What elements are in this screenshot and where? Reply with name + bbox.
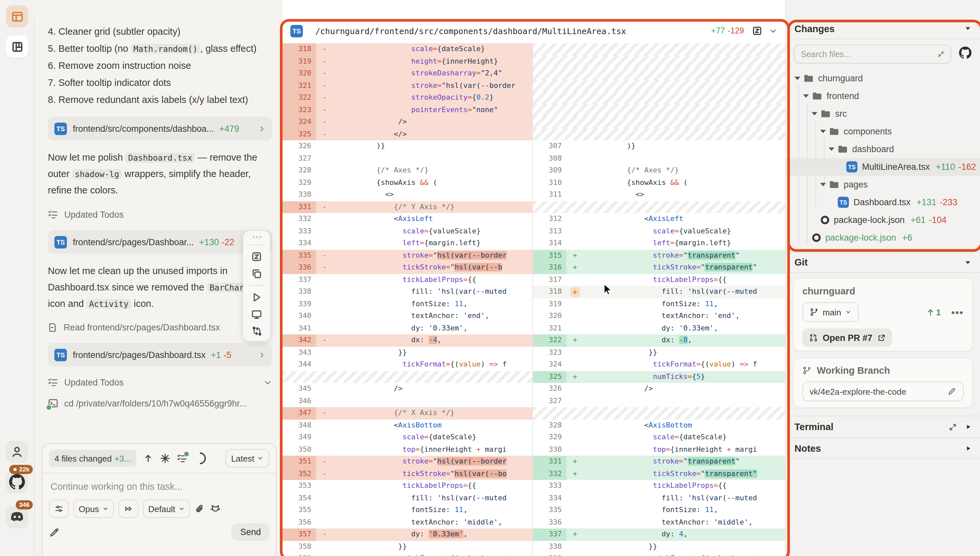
diff-row[interactable]: [533, 68, 785, 80]
chevron-down-icon[interactable]: [263, 378, 272, 386]
collapse-diff-chevron[interactable]: [769, 27, 777, 35]
diff-row[interactable]: 351- stroke="hsl(var(--border: [283, 456, 532, 468]
attach-button[interactable]: [195, 504, 205, 514]
preview-button[interactable]: [251, 309, 262, 320]
diff-row[interactable]: 337+ dy: 4,: [533, 529, 785, 541]
tree-file-MultiLineArea.tsx[interactable]: TSMultiLineArea.tsx+110-162: [786, 158, 980, 176]
collapse-triangle-icon[interactable]: [964, 25, 972, 32]
diff-row[interactable]: 320- strokeDasharray="2,4": [283, 68, 532, 80]
diff-row[interactable]: 318- scale={dateScale}: [283, 43, 532, 55]
diff-row[interactable]: 331+ stroke="transparent": [533, 456, 785, 468]
diff-row[interactable]: 323- pointerEvents="none": [283, 104, 532, 116]
caret-down-icon[interactable]: [820, 182, 826, 187]
diff-row[interactable]: 343 }}: [283, 346, 532, 359]
diff-row[interactable]: [533, 92, 785, 104]
composer-input[interactable]: Continue working on this task...: [43, 473, 276, 498]
file-diff-chip[interactable]: TSfrontend/src/pages/Dashboar...+130-22: [48, 230, 272, 254]
diff-row[interactable]: 353 tickLabelProps={{: [283, 480, 532, 492]
open-pr-button[interactable]: Open PR #7: [802, 328, 892, 347]
terminal-command-row[interactable]: cd /private/var/folders/10/h7w0q46556ggr…: [48, 398, 272, 409]
diff-row[interactable]: 334 fill: 'hsl(var(--muted: [533, 492, 785, 504]
diff-row[interactable]: 346: [283, 395, 532, 407]
tool-call-row[interactable]: Read frontend/src/pages/Dashboard.tsx: [48, 323, 272, 333]
diff-row[interactable]: 325+ numTicks={5}: [533, 371, 785, 383]
diff-row[interactable]: 332+ tickStroke="transparent": [533, 468, 785, 480]
diff-row[interactable]: 354 fill: 'hsl(var(--muted: [283, 492, 532, 504]
chevron-right-icon[interactable]: [258, 351, 265, 358]
diff-row[interactable]: 324- />: [283, 116, 532, 128]
diff-row[interactable]: [533, 201, 785, 213]
diff-row[interactable]: 334 left={margin.left}: [283, 238, 532, 249]
diff-row[interactable]: 330 top={innerHeight + margi: [533, 444, 785, 456]
diff-row[interactable]: 349 scale={dateScale}: [283, 432, 532, 444]
diff-row[interactable]: 320 textAnchor: 'end',: [533, 310, 785, 322]
caret-down-icon[interactable]: [794, 76, 801, 81]
search-input[interactable]: [800, 49, 937, 59]
diff-row[interactable]: 331- {/* Y Axis */}: [283, 201, 532, 213]
diff-row[interactable]: 329 scale={dateScale}: [533, 432, 785, 444]
expand-icon[interactable]: [949, 423, 957, 431]
diff-row[interactable]: 341 dy: '0.33em',: [283, 322, 532, 335]
diff-row[interactable]: 317 tickLabelProps={{: [533, 274, 785, 286]
diff-row[interactable]: 309 {/* Axes */}: [533, 165, 785, 177]
file-diff-chip[interactable]: TSfrontend/src/pages/Dashboard.tsx+1-5: [48, 343, 272, 367]
model-dropdown[interactable]: Opus: [73, 499, 114, 518]
diff-row[interactable]: 307 )}: [533, 140, 785, 152]
tree-file-package-lock.json[interactable]: package-lock.json+6: [786, 229, 980, 247]
todos-button[interactable]: [177, 453, 187, 464]
diff-row[interactable]: 327: [283, 152, 532, 165]
git-compare-button[interactable]: [251, 326, 262, 336]
caret-down-icon[interactable]: [820, 129, 826, 134]
diff-row[interactable]: 333 scale={valueScale}: [283, 225, 532, 238]
diff-row[interactable]: 335 fontSize: 11,: [533, 504, 785, 516]
diff-row[interactable]: [533, 43, 785, 55]
diff-row[interactable]: 357- dy: '0.33em',: [283, 529, 532, 541]
chevron-right-icon[interactable]: [258, 125, 265, 132]
diff-row[interactable]: [533, 55, 785, 68]
expand-right-triangle-icon[interactable]: [965, 445, 972, 451]
diff-row[interactable]: 340 textAnchor: 'end',: [283, 310, 532, 322]
diff-row[interactable]: 336- tickStroke="hsl(var(--b: [283, 262, 532, 274]
diff-row[interactable]: 345 />: [283, 383, 532, 395]
diff-row[interactable]: 310 {showAxis && (: [533, 177, 785, 189]
diff-row[interactable]: 328 <AxisBottom: [533, 419, 785, 432]
mode-dropdown[interactable]: Default: [143, 499, 190, 518]
commits-ahead[interactable]: 1: [926, 307, 941, 317]
files-changed-chip[interactable]: 4 files changed+3...: [49, 450, 136, 467]
diff-row[interactable]: 333 tickLabelProps={{: [533, 480, 785, 492]
diff-row[interactable]: 352- tickStroke="hsl(var(--bo: [283, 468, 532, 480]
diff-row[interactable]: 335- stroke="hsl(var(--border: [283, 249, 532, 262]
copy-button[interactable]: [251, 268, 262, 279]
caret-down-icon[interactable]: [803, 94, 809, 99]
diff-row[interactable]: 338 }}: [533, 541, 785, 553]
diff-row[interactable]: 339 fontSize: 11,: [283, 298, 532, 310]
diff-row[interactable]: 321- stroke="hsl(var(--border: [283, 80, 532, 92]
options-button[interactable]: [49, 499, 69, 518]
board-view-button[interactable]: [6, 36, 28, 58]
diff-row[interactable]: 356 textAnchor: 'middle',: [283, 516, 532, 529]
diff-row[interactable]: 330 <>: [283, 189, 532, 201]
terminal-section-header[interactable]: Terminal: [786, 416, 980, 437]
diff-row[interactable]: 342- dx: -4,: [283, 335, 532, 346]
diff-row[interactable]: 327: [533, 395, 785, 407]
caret-down-icon[interactable]: [812, 112, 817, 116]
latest-dropdown[interactable]: Latest: [225, 449, 270, 467]
more-options-button[interactable]: •••: [951, 307, 964, 318]
collapse-tree-icon[interactable]: [937, 50, 945, 58]
notes-section-header[interactable]: Notes: [786, 437, 980, 459]
edit-pencil-icon[interactable]: [947, 387, 956, 396]
diff-row[interactable]: 321 dy: '0.33em',: [533, 322, 785, 335]
diff-row[interactable]: 322+ dx: -8,: [533, 335, 785, 346]
tree-folder-churnguard[interactable]: churnguard: [786, 70, 980, 87]
diff-row[interactable]: 359 tickFormat={(value) => t: [283, 553, 532, 556]
diff-row[interactable]: 313 scale={valueScale}: [533, 225, 785, 238]
diff-view-button[interactable]: [251, 251, 262, 262]
drag-handle-icon[interactable]: [251, 235, 262, 239]
draw-pen-icon[interactable]: [49, 527, 60, 537]
diff-row[interactable]: [533, 80, 785, 92]
github-cat-icon[interactable]: [959, 47, 972, 59]
fast-forward-button[interactable]: [119, 499, 138, 518]
diff-row[interactable]: 358 }}: [283, 541, 532, 553]
diff-row[interactable]: 319 fontSize: 11,: [533, 298, 785, 310]
diff-row[interactable]: 326 )}: [283, 140, 532, 152]
